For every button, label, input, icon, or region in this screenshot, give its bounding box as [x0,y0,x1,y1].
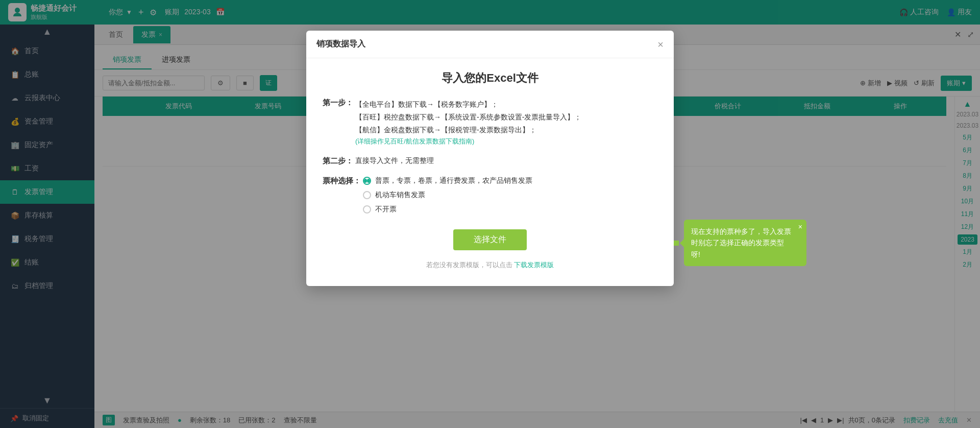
step1-row: 第一步： 【全电平台】数据下载→【税务数字账户】； 【百旺】税控盘数据下载→【系… [323,98,657,146]
step2-row: 第二步： 直接导入文件，无需整理 [323,156,657,166]
modal-title: 销项数据导入 [316,39,365,50]
radio-option-2[interactable]: 机动车销售发票 [363,191,532,200]
radio-label-2: 机动车销售发票 [375,191,425,200]
step1: 第一步： 【全电平台】数据下载→【税务数字账户】； 【百旺】税控盘数据下载→【系… [323,98,657,146]
tooltip-bubble: 现在支持的票种多了，导入发票时别忘了选择正确的发票类型呀! × [684,220,806,266]
step2-content: 直接导入文件，无需整理 [355,156,434,165]
radio-dot-1 [364,179,367,183]
radio-label-3: 不开票 [375,205,397,214]
step1-label: 第一步： [323,98,353,108]
modal-header: 销项数据导入 × [306,31,674,58]
radio-options: 普票，专票，卷票，通行费发票，农产品销售发票 机动车销售发票 [363,176,532,219]
modal-close-btn[interactable]: × [657,39,664,50]
step1-line3: 【航信】金税盘数据下载→【报税管理-发票数据导出】； [355,124,581,136]
radio-option-3[interactable]: 不开票 [363,205,532,214]
tooltip-arrow [680,239,684,247]
modal-main-title: 导入您的Excel文件 [323,70,657,86]
step2-label: 第二步： [323,156,353,166]
modal-body: 导入您的Excel文件 第一步： 【全电平台】数据下载→【税务数字账户】； 【百… [306,58,674,286]
radio-circle-2 [363,191,371,199]
modal-overlay: 销项数据导入 × 导入您的Excel文件 第一步： 【全电平台】数据下载→【税务… [94,25,980,428]
select-file-btn[interactable]: 选择文件 [453,229,527,250]
radio-group: 票种选择： 普票，专票，卷票，通行费发票，农产品销售发票 [323,176,657,219]
import-modal: 销项数据导入 × 导入您的Excel文件 第一步： 【全电平台】数据下载→【税务… [306,31,674,286]
tooltip-dot [674,241,679,246]
download-template-link[interactable]: 下载发票模版 [514,261,554,269]
step1-link[interactable]: (详细操作见百旺/航信发票数据下载指南) [355,137,581,146]
tooltip-text: 现在支持的票种多了，导入发票时别忘了选择正确的发票类型呀! [691,227,791,258]
tooltip-area: 现在支持的票种多了，导入发票时别忘了选择正确的发票类型呀! × [674,220,806,266]
modal-footer-text: 若您没有发票模版，可以点击 下载发票模版 [323,260,657,274]
footer-static-text: 若您没有发票模版，可以点击 [426,261,512,269]
step1-line2: 【百旺】税控盘数据下载→【系统设置-系统参数设置-发票批量导入】； [355,111,581,124]
radio-label-1: 普票，专票，卷票，通行费发票，农产品销售发票 [375,176,532,185]
radio-option-1[interactable]: 普票，专票，卷票，通行费发票，农产品销售发票 [363,176,532,185]
radio-label: 票种选择： [323,176,361,186]
step2: 第二步： 直接导入文件，无需整理 [323,156,657,166]
step1-line1: 【全电平台】数据下载→【税务数字账户】； [355,98,581,111]
tooltip-close-btn[interactable]: × [798,223,802,231]
radio-circle-3 [363,205,371,213]
main-layout: ▲ 🏠 首页 📋 总账 ☁ 云报表中心 💰 资金管理 🏢 固定资产 [0,25,980,428]
step1-content: 【全电平台】数据下载→【税务数字账户】； 【百旺】税控盘数据下载→【系统设置-系… [355,98,581,146]
radio-circle-1 [363,177,371,185]
select-file-area: 选择文件 [323,229,657,250]
content-area: 首页 发票 × ✕ ⤢ 销项发票 进项发票 ⚙ ■ 证 [94,25,980,428]
radio-group-row: 票种选择： 普票，专票，卷票，通行费发票，农产品销售发票 [323,176,657,219]
guide-link[interactable]: (详细操作见百旺/航信发票数据下载指南) [355,137,474,145]
